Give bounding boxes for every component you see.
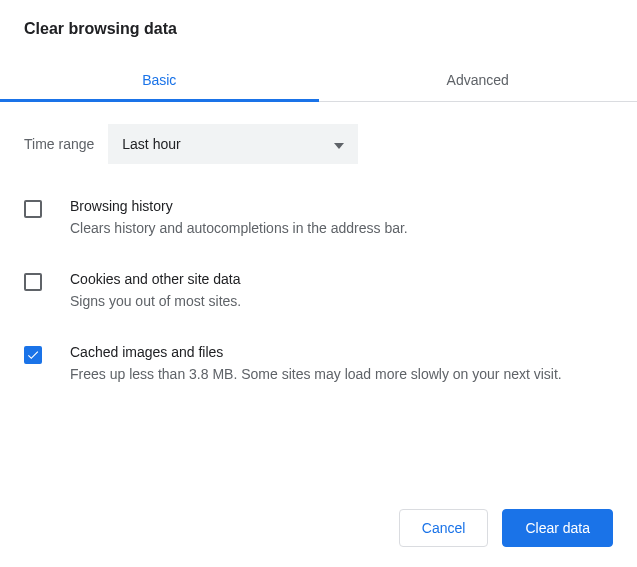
clear-browsing-data-dialog: Clear browsing data Basic Advanced Time …	[0, 0, 637, 385]
option-text: Cached images and files Frees up less th…	[70, 344, 613, 385]
tab-basic[interactable]: Basic	[0, 58, 319, 101]
option-title: Browsing history	[70, 198, 613, 214]
option-title: Cookies and other site data	[70, 271, 613, 287]
time-range-label: Time range	[24, 136, 94, 152]
tab-advanced[interactable]: Advanced	[319, 58, 638, 101]
cancel-button[interactable]: Cancel	[399, 509, 489, 547]
time-range-row: Time range Last hour	[24, 124, 613, 164]
option-cached[interactable]: Cached images and files Frees up less th…	[24, 344, 613, 385]
option-text: Cookies and other site data Signs you ou…	[70, 271, 613, 312]
checkbox-cached[interactable]	[24, 346, 42, 364]
tabs: Basic Advanced	[0, 58, 637, 102]
option-cookies[interactable]: Cookies and other site data Signs you ou…	[24, 271, 613, 312]
checkbox-browsing-history[interactable]	[24, 200, 42, 218]
option-desc: Signs you out of most sites.	[70, 291, 613, 312]
time-range-select[interactable]: Last hour	[108, 124, 358, 164]
checkbox-cookies[interactable]	[24, 273, 42, 291]
time-range-value: Last hour	[122, 136, 180, 152]
option-desc: Clears history and autocompletions in th…	[70, 218, 613, 239]
option-desc: Frees up less than 3.8 MB. Some sites ma…	[70, 364, 613, 385]
dropdown-arrow-icon	[334, 136, 344, 152]
option-text: Browsing history Clears history and auto…	[70, 198, 613, 239]
option-browsing-history[interactable]: Browsing history Clears history and auto…	[24, 198, 613, 239]
dialog-buttons: Cancel Clear data	[399, 509, 613, 547]
option-title: Cached images and files	[70, 344, 613, 360]
dialog-title: Clear browsing data	[24, 20, 613, 38]
clear-data-button[interactable]: Clear data	[502, 509, 613, 547]
dialog-content: Time range Last hour Browsing history Cl…	[24, 102, 613, 385]
